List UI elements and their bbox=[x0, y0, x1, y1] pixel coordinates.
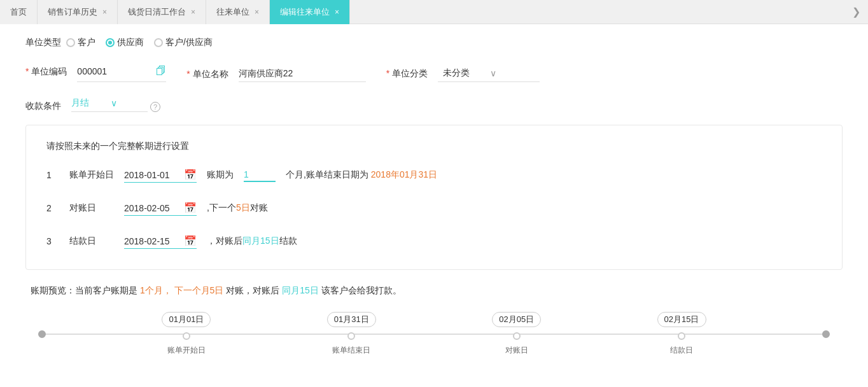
timeline-dot-2 bbox=[347, 332, 355, 340]
reconcile-desc: ,下一个5日对账 bbox=[207, 202, 268, 214]
preview-reconcile-day: 下一个月5日 bbox=[174, 285, 224, 295]
tab-expand-button[interactable]: ❯ bbox=[844, 6, 868, 18]
period-input-wrap bbox=[244, 168, 276, 182]
close-tab-sales-history[interactable]: × bbox=[102, 8, 107, 17]
timeline-point-4: 02月15日 结款日 bbox=[657, 312, 706, 356]
setting-row-1: 1 账单开始日 📅 账期为 个月,账单结束日期为 2018年01月31日 bbox=[46, 167, 822, 183]
reconcile-date-calendar-icon[interactable]: 📅 bbox=[184, 202, 197, 214]
settings-section: 请按照未来的一个完整帐期进行设置 1 账单开始日 📅 账期为 个月,账单结束日期… bbox=[25, 125, 843, 270]
start-date-input-wrap: 📅 bbox=[124, 167, 197, 183]
row-num-2: 2 bbox=[46, 203, 59, 213]
unit-category-chevron: ∨ bbox=[490, 68, 535, 78]
preview-text: 账期预览：当前客户账期是 1个月， 下一个月5日 对账，对账后 同月15日 该客… bbox=[25, 285, 843, 297]
row-label-1: 账单开始日 bbox=[69, 169, 114, 181]
section-title: 请按照未来的一个完整帐期进行设置 bbox=[46, 141, 822, 152]
reconcile-date-input-wrap: 📅 bbox=[124, 201, 197, 216]
timeline-badge-4: 02月15日 bbox=[657, 312, 706, 327]
setting-row-2: 2 对账日 📅 ,下一个5日对账 bbox=[46, 201, 822, 216]
close-tab-edit-partner[interactable]: × bbox=[335, 8, 339, 17]
row-num-1: 1 bbox=[46, 170, 59, 180]
timeline-label-2: 账单结束日 bbox=[332, 345, 370, 356]
timeline-badge-2: 01月31日 bbox=[327, 312, 376, 327]
timeline-label-3: 对账日 bbox=[505, 345, 528, 356]
unit-type-label: 单位类型 bbox=[25, 37, 61, 48]
preview-payment-day: 同月15日 bbox=[282, 285, 319, 295]
reconcile-highlight: 5日 bbox=[236, 202, 250, 213]
unit-code-input-wrap: 🗍 bbox=[77, 61, 166, 82]
timeline-dot-4 bbox=[678, 332, 685, 340]
timeline-end-dot bbox=[822, 312, 830, 356]
unit-type-row: 单位类型 客户 供应商 客户/供应商 bbox=[25, 37, 843, 48]
payment-terms-help-icon[interactable]: ? bbox=[150, 102, 160, 112]
tab-cash-work[interactable]: 钱货日清工作台 × bbox=[118, 0, 206, 24]
payment-terms-row: 收款条件 月结 ∨ ? bbox=[25, 95, 843, 112]
timeline-dot-1 bbox=[183, 332, 190, 340]
payment-terms-select[interactable]: 月结 ∨ bbox=[71, 95, 148, 112]
unit-code-input[interactable] bbox=[77, 64, 152, 79]
timeline-dot-3 bbox=[513, 332, 521, 340]
period-suffix: 个月,账单结束日期为 2018年01月31日 bbox=[286, 169, 437, 181]
tab-edit-partner[interactable]: 编辑往来单位 × bbox=[270, 0, 350, 24]
unit-code-label: 单位编码 bbox=[25, 66, 67, 78]
timeline-badge-3: 02月05日 bbox=[492, 312, 541, 327]
timeline-start-dot-circle bbox=[38, 330, 46, 338]
unit-code-icon[interactable]: 🗍 bbox=[156, 66, 166, 77]
timeline-points: 01月01日 账单开始日 01月31日 账单结束日 02月05日 对账日 bbox=[38, 312, 830, 356]
payment-desc: ，对账后同月15日结款 bbox=[207, 236, 297, 247]
timeline-end-dot-circle bbox=[822, 330, 830, 338]
unit-category-label: 单位分类 bbox=[386, 68, 428, 80]
unit-name-group: 单位名称 bbox=[186, 66, 365, 82]
period-input[interactable] bbox=[244, 169, 276, 179]
payment-date-calendar-icon[interactable]: 📅 bbox=[184, 235, 197, 247]
tab-sales-history[interactable]: 销售订单历史 × bbox=[38, 0, 118, 24]
row-num-3: 3 bbox=[46, 236, 59, 246]
unit-type-radio-group: 客户 供应商 客户/供应商 bbox=[66, 37, 213, 48]
preview-period: 1个月， bbox=[140, 285, 172, 295]
unit-category-select[interactable]: 未分类 ∨ bbox=[438, 65, 540, 82]
timeline-start-dot bbox=[38, 312, 46, 356]
period-label: 账期为 bbox=[207, 169, 234, 181]
tab-home[interactable]: 首页 bbox=[0, 0, 38, 24]
timeline-point-1: 01月01日 账单开始日 bbox=[162, 312, 211, 356]
end-date-highlight: 2018年01月31日 bbox=[371, 169, 437, 179]
radio-customer[interactable]: 客户 bbox=[66, 37, 95, 48]
preview-section: 账期预览：当前客户账期是 1个月， 下一个月5日 对账，对账后 同月15日 该客… bbox=[25, 285, 843, 356]
row-label-3: 结款日 bbox=[69, 236, 114, 247]
payment-date-input-wrap: 📅 bbox=[124, 234, 197, 249]
setting-row-3: 3 结款日 📅 ，对账后同月15日结款 bbox=[46, 234, 822, 249]
main-content: 单位类型 客户 供应商 客户/供应商 单位编码 🗍 单位 bbox=[0, 24, 868, 387]
row-label-2: 对账日 bbox=[69, 202, 114, 214]
close-tab-cash-work[interactable]: × bbox=[191, 8, 195, 17]
unit-name-label: 单位名称 bbox=[186, 69, 228, 80]
timeline-label-1: 账单开始日 bbox=[167, 345, 206, 356]
start-date-calendar-icon[interactable]: 📅 bbox=[184, 169, 197, 181]
reconcile-date-input[interactable] bbox=[124, 203, 181, 213]
radio-supplier[interactable]: 供应商 bbox=[106, 37, 144, 48]
radio-both[interactable]: 客户/供应商 bbox=[154, 37, 213, 48]
payment-date-input[interactable] bbox=[124, 236, 181, 246]
tab-bar: 首页 销售订单历史 × 钱货日清工作台 × 往来单位 × 编辑往来单位 × ❯ bbox=[0, 0, 868, 24]
radio-both-circle bbox=[154, 38, 163, 47]
unit-code-group: 单位编码 🗍 bbox=[25, 61, 166, 82]
timeline: 01月01日 账单开始日 01月31日 账单结束日 02月05日 对账日 bbox=[25, 312, 843, 356]
close-tab-partner-unit[interactable]: × bbox=[255, 8, 259, 17]
unit-name-input[interactable] bbox=[239, 66, 366, 82]
unit-info-row: 单位编码 🗍 单位名称 单位分类 未分类 ∨ bbox=[25, 61, 843, 82]
timeline-point-3: 02月05日 对账日 bbox=[492, 312, 541, 356]
timeline-badge-1: 01月01日 bbox=[162, 312, 211, 327]
payment-terms-chevron: ∨ bbox=[111, 98, 148, 108]
payment-highlight: 同月15日 bbox=[242, 236, 279, 246]
radio-supplier-circle bbox=[106, 38, 115, 47]
unit-category-group: 单位分类 未分类 ∨ bbox=[386, 65, 540, 82]
timeline-point-2: 01月31日 账单结束日 bbox=[327, 312, 376, 356]
start-date-input[interactable] bbox=[124, 170, 181, 180]
timeline-label-4: 结款日 bbox=[670, 345, 693, 356]
payment-terms-label: 收款条件 bbox=[25, 101, 61, 112]
tab-partner-unit[interactable]: 往来单位 × bbox=[206, 0, 270, 24]
radio-customer-circle bbox=[66, 38, 75, 47]
